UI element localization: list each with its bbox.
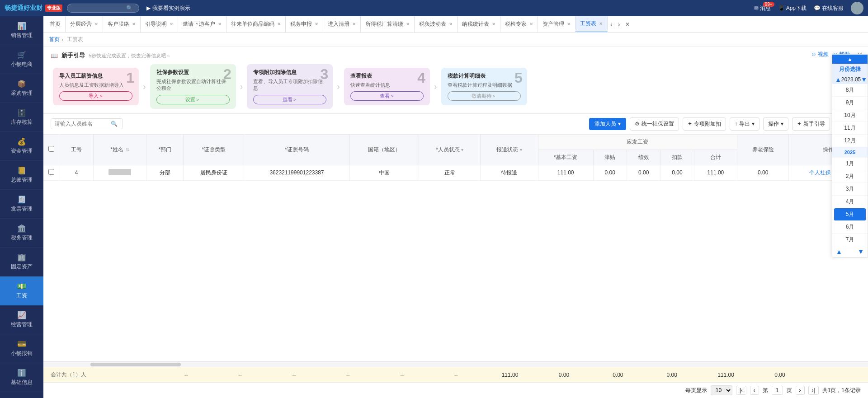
month-item-5-active[interactable]: 5月	[834, 208, 866, 221]
nav-home-link[interactable]: 首页	[49, 36, 60, 43]
tab-tax-stat-close[interactable]: ✕	[492, 22, 495, 27]
select-all-checkbox[interactable]	[48, 146, 54, 152]
page-size-select[interactable]: 10	[711, 385, 732, 395]
sidebar-item-system[interactable]: ⚙️ 系统管理	[0, 392, 43, 398]
tab-invite-close[interactable]: ✕	[218, 22, 222, 27]
sidebar-item-assets[interactable]: 🏢 固定资产	[0, 248, 43, 276]
operate-button[interactable]: 操作 ▾	[763, 117, 788, 131]
guide-video-link[interactable]: ⊙ 视频	[811, 51, 828, 58]
unified-settings-button[interactable]: ⚙ 统一社保设置	[630, 117, 679, 131]
sidebar-item-invoice[interactable]: 🧾 发票管理	[0, 190, 43, 219]
status-filter-icon[interactable]: ▾	[461, 147, 463, 152]
month-item-1[interactable]: 1月	[832, 158, 868, 170]
row-action-link[interactable]: 个人社保	[809, 169, 831, 176]
tab-goods-code[interactable]: 往来单位商品编码 ✕	[226, 16, 286, 33]
sidebar-item-funds[interactable]: 💰 资金管理	[0, 132, 43, 161]
horizontal-scrollbar[interactable]	[43, 361, 868, 367]
month-nav-down[interactable]: ▼	[861, 76, 867, 83]
tab-asset-mgmt-close[interactable]: ✕	[567, 22, 571, 27]
month-scroll-up[interactable]: ▲	[836, 248, 842, 255]
online-service-button[interactable]: 💬 在线客服	[814, 5, 844, 12]
page-prev-button[interactable]: ‹	[750, 386, 759, 395]
sidebar-item-operations[interactable]: 📈 经营管理	[0, 305, 43, 334]
month-item-12[interactable]: 12月	[832, 135, 868, 147]
employee-search-input[interactable]	[55, 121, 109, 127]
scroll-thumb[interactable]	[90, 363, 181, 366]
tab-partition-close[interactable]: ✕	[94, 22, 98, 27]
month-item-3[interactable]: 3月	[832, 183, 868, 196]
th-report-status: 报送状态 ▾	[480, 135, 538, 165]
step-btn-1[interactable]: 导入＞	[59, 91, 132, 101]
tab-guide-close[interactable]: ✕	[170, 22, 173, 27]
tab-next-button[interactable]: ›	[615, 21, 623, 28]
step-btn-4[interactable]: 查看＞	[350, 91, 424, 101]
tab-customer-close[interactable]: ✕	[132, 22, 136, 27]
sidebar-item-salary[interactable]: 💵 工资	[0, 276, 43, 305]
tab-partition[interactable]: 分层经营 ✕	[66, 16, 103, 33]
sidebar-item-ledger[interactable]: 📒 总账管理	[0, 161, 43, 190]
month-item-7[interactable]: 7月	[832, 234, 868, 246]
app-download-button[interactable]: 📱 App下载	[778, 5, 807, 12]
tab-close-all-button[interactable]: ✕	[623, 21, 632, 28]
month-item-11[interactable]: 11月	[832, 122, 868, 135]
tab-asset-mgmt[interactable]: 资产管理 ✕	[538, 16, 576, 33]
tab-salary[interactable]: 工资表 ✕	[576, 16, 608, 33]
name-sort-icon[interactable]: ⇅	[126, 147, 129, 152]
top-search-box[interactable]: 🔍	[67, 4, 139, 13]
sidebar-item-sales[interactable]: 📊 销售管理	[0, 16, 43, 45]
tab-goods-code-close[interactable]: ✕	[277, 22, 281, 27]
th-deduction: 扣款	[660, 150, 694, 165]
tab-home[interactable]: 首页	[45, 16, 66, 33]
page-last-button[interactable]: ›|	[808, 386, 819, 395]
tab-tax-calc-close[interactable]: ✕	[406, 22, 410, 27]
month-scroll-down[interactable]: ▼	[858, 248, 864, 255]
sidebar-item-basic[interactable]: ℹ️ 基础信息	[0, 363, 43, 392]
top-search-input[interactable]	[72, 5, 126, 11]
month-panel-collapse[interactable]: ▲	[832, 55, 868, 64]
tab-tax-calc[interactable]: 所得税汇算清缴 ✕	[361, 16, 415, 33]
month-item-4[interactable]: 4月	[832, 196, 868, 208]
month-item-2[interactable]: 2月	[832, 170, 868, 183]
tab-clearance-close[interactable]: ✕	[352, 22, 356, 27]
month-nav-up[interactable]: ▲	[835, 76, 841, 83]
page-next-button[interactable]: ›	[796, 386, 805, 395]
tab-salary-close[interactable]: ✕	[599, 21, 603, 26]
month-item-8[interactable]: 8月	[832, 84, 868, 97]
tab-clearance[interactable]: 进入清册 ✕	[323, 16, 361, 33]
user-avatar[interactable]	[851, 2, 863, 14]
sidebar-item-marketing[interactable]: 💳 小畅报销	[0, 334, 43, 363]
month-item-10[interactable]: 10月	[832, 109, 868, 122]
sidebar-item-purchase[interactable]: 📦 采购管理	[0, 74, 43, 103]
tab-invite[interactable]: 邀请下游客户 ✕	[178, 16, 226, 33]
demo-link[interactable]: ▶ 我要看实例演示	[146, 5, 190, 12]
month-item-9[interactable]: 9月	[832, 97, 868, 109]
special-deduction-button[interactable]: ✦ 专项附加扣	[683, 117, 726, 131]
export-button[interactable]: ↑ 导出 ▾	[730, 117, 760, 131]
tab-tax-expert-close[interactable]: ✕	[529, 22, 533, 27]
tab-tax-stat[interactable]: 纳税统计表 ✕	[458, 16, 500, 33]
footer-dash-5: --	[375, 372, 429, 378]
report-status-filter-icon[interactable]: ▾	[520, 147, 522, 152]
add-employee-button[interactable]: 添加人员 ▾	[589, 118, 626, 130]
sidebar-item-tax[interactable]: 🏛️ 税务管理	[0, 219, 43, 248]
tab-tax-exempt-close[interactable]: ✕	[449, 22, 453, 27]
step-btn-5[interactable]: 敬请期待＞	[448, 91, 521, 101]
tab-tax-report[interactable]: 税务申报 ✕	[286, 16, 323, 33]
new-guide-button[interactable]: ✦ 新手引导	[792, 117, 830, 131]
step-btn-3[interactable]: 查看＞	[253, 95, 326, 104]
tab-guide-tab[interactable]: 引导说明 ✕	[141, 16, 178, 33]
tab-tax-exempt[interactable]: 税负波动表 ✕	[415, 16, 458, 33]
tab-customer[interactable]: 客户联络 ✕	[103, 16, 141, 33]
employee-search-box[interactable]: 🔍	[51, 118, 123, 129]
tab-tax-report-close[interactable]: ✕	[315, 22, 318, 27]
tab-tax-expert[interactable]: 税检专家 ✕	[500, 16, 538, 33]
message-button[interactable]: ✉ 消息 99+	[754, 5, 771, 12]
page-first-button[interactable]: |‹	[736, 386, 746, 395]
step-btn-2[interactable]: 设置＞	[156, 95, 230, 104]
row-select-checkbox[interactable]	[48, 169, 54, 175]
tab-prev-button[interactable]: ‹	[608, 21, 615, 28]
sidebar-item-inventory[interactable]: 🗄️ 库存核算	[0, 103, 43, 132]
sidebar-item-ecommerce[interactable]: 🛒 小畅电商	[0, 45, 43, 74]
guide-hint: 5步快速完成设置，快去完善信息吧～	[89, 52, 171, 59]
month-item-6[interactable]: 6月	[832, 221, 868, 234]
